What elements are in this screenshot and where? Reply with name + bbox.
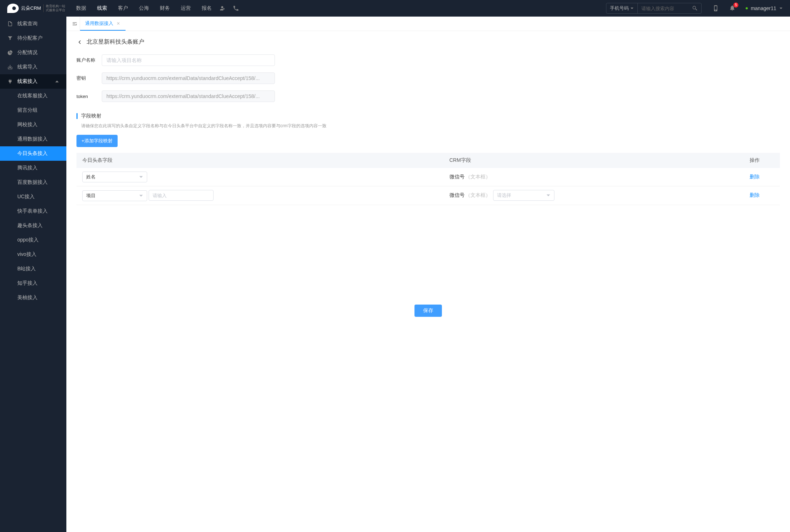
main-area: 通用数据接入 北京昱新科技头条账户 账户名称 密钥 (66, 17, 790, 532)
nav-item[interactable]: 报名 (202, 5, 212, 12)
page-title: 北京昱新科技头条账户 (87, 38, 144, 46)
token-label: token (76, 94, 102, 99)
sidebar-subitem[interactable]: 知乎接入 (0, 276, 66, 291)
page-footer: 保存 (76, 299, 780, 324)
sidebar-item[interactable]: 分配情况 (0, 45, 66, 60)
sidebar: 线索查询待分配客户分配情况线索导入线索接入在线客服接入留言分组网校接入通用数据接… (0, 17, 66, 532)
tt-field-select[interactable]: 姓名 (82, 172, 147, 182)
sidebar-subitem[interactable]: vivo接入 (0, 247, 66, 262)
add-field-mapping-button[interactable]: +添加字段映射 (76, 135, 118, 147)
col-action: 操作 (744, 153, 780, 168)
section-accent-bar (76, 113, 78, 119)
search-type-select[interactable]: 手机号码 (606, 3, 638, 13)
pie-icon (7, 50, 13, 56)
nav-item[interactable]: 客户 (118, 5, 128, 12)
notification-badge: 5 (733, 3, 738, 8)
logo[interactable]: 云朵CRM 教育机构一站 式服务云平台 (7, 4, 65, 13)
nav-item[interactable]: 财务 (160, 5, 170, 12)
delete-row-link[interactable]: 删除 (750, 192, 760, 198)
key-input[interactable] (102, 72, 275, 84)
app-header: 云朵CRM 教育机构一站 式服务云平台 数据线索客户公海财务运营报名 手机号码 (0, 0, 790, 17)
chevron-down-icon (630, 6, 634, 10)
crm-field-select[interactable]: 请选择 (493, 190, 554, 201)
table-row: 项目 微信号（文本框） 请选择删除 (76, 186, 780, 205)
field-mapping-table: 今日头条字段 CRM字段 操作 姓名微信号（文本框）删除项目 微信号（文本框） … (76, 153, 780, 205)
chevron-down-icon (546, 193, 550, 198)
account-name-label: 账户名称 (76, 57, 102, 63)
section-title: 字段映射 (81, 113, 101, 119)
sidebar-subitem[interactable]: 在线客服接入 (0, 89, 66, 103)
delete-row-link[interactable]: 删除 (750, 174, 760, 179)
nav-item[interactable]: 数据 (76, 5, 86, 12)
key-label: 密钥 (76, 75, 102, 81)
account-name-input[interactable] (102, 54, 275, 66)
save-button[interactable]: 保存 (414, 305, 442, 317)
crm-field-type: （文本框） (465, 174, 491, 179)
nav-item[interactable]: 公海 (139, 5, 149, 12)
sidebar-subitem[interactable]: 留言分组 (0, 103, 66, 118)
search-icon (692, 5, 698, 12)
funnel-icon (7, 35, 13, 41)
logo-cloud-icon (7, 4, 19, 13)
nav-item[interactable]: 线索 (97, 5, 107, 12)
sidebar-subitem[interactable]: 腾讯接入 (0, 161, 66, 175)
plug-icon (7, 79, 13, 84)
user-menu[interactable]: manager11 (746, 5, 783, 11)
notifications[interactable]: 5 (729, 5, 736, 12)
sidebar-subitem[interactable]: oppo接入 (0, 233, 66, 247)
sidebar-subitem[interactable]: 今日头条接入 (0, 146, 66, 161)
sidebar-subitem[interactable]: UC接入 (0, 190, 66, 204)
export-icon (7, 64, 13, 70)
phone-icon[interactable] (233, 5, 239, 12)
token-input[interactable] (102, 90, 275, 102)
page-content: 北京昱新科技头条账户 账户名称 密钥 token 字段映射 (66, 31, 790, 532)
sidebar-item[interactable]: 线索接入 (0, 74, 66, 89)
status-dot (746, 7, 748, 9)
tab-label: 通用数据接入 (85, 20, 113, 27)
chevron-down-icon (139, 194, 143, 198)
chevron-up-icon (55, 79, 59, 84)
search-button[interactable] (688, 3, 701, 13)
chevron-down-icon (139, 175, 143, 179)
sidebar-subitem[interactable]: 百度数据接入 (0, 175, 66, 190)
table-row: 姓名微信号（文本框）删除 (76, 168, 780, 186)
col-tt-field: 今日头条字段 (76, 153, 444, 168)
tt-field-extra-input[interactable] (149, 190, 214, 201)
top-nav: 数据线索客户公海财务运营报名 (76, 5, 212, 12)
sidebar-subitem[interactable]: B站接入 (0, 262, 66, 276)
crm-field-label: 微信号 (449, 174, 465, 179)
nav-item[interactable]: 运营 (181, 5, 191, 12)
user-add-icon[interactable] (219, 5, 225, 12)
sidebar-item[interactable]: 待分配客户 (0, 31, 66, 45)
sidebar-subitem[interactable]: 趣头条接入 (0, 218, 66, 233)
sidebar-item[interactable]: 线索查询 (0, 17, 66, 31)
menu-fold-icon (72, 21, 77, 26)
sidebar-subitem[interactable]: 网校接入 (0, 118, 66, 132)
chevron-left-icon (76, 39, 83, 45)
search-box: 手机号码 (606, 3, 702, 14)
brand-name: 云朵CRM (21, 6, 41, 11)
crm-field-label: 微信号 (449, 192, 465, 198)
sidebar-subitem[interactable]: 快手表单接入 (0, 204, 66, 218)
back-button[interactable] (76, 39, 83, 45)
sidebar-subitem[interactable]: 美柚接入 (0, 291, 66, 305)
tab-active[interactable]: 通用数据接入 (80, 17, 126, 31)
sidebar-subitem[interactable]: 通用数据接入 (0, 132, 66, 146)
tabs-bar: 通用数据接入 (66, 17, 790, 31)
chevron-down-icon (779, 6, 783, 10)
username-label: manager11 (751, 5, 776, 11)
sidebar-item[interactable]: 线索导入 (0, 60, 66, 74)
search-input[interactable] (638, 6, 688, 11)
crm-field-type: （文本框） (465, 192, 491, 198)
section-hint: 请确保您在此填写的头条自定义字段名称与在今日头条平台中自定义的字段名称一致，并且… (76, 123, 780, 129)
clipboard-icon (7, 21, 13, 27)
mobile-icon[interactable] (712, 5, 719, 12)
search-type-label: 手机号码 (610, 5, 629, 12)
col-crm-field: CRM字段 (444, 153, 744, 168)
brand-subtitle: 教育机构一站 式服务云平台 (43, 4, 65, 12)
tt-field-select[interactable]: 项目 (82, 190, 147, 201)
close-icon[interactable] (116, 21, 120, 26)
sidebar-toggle[interactable] (69, 17, 80, 31)
